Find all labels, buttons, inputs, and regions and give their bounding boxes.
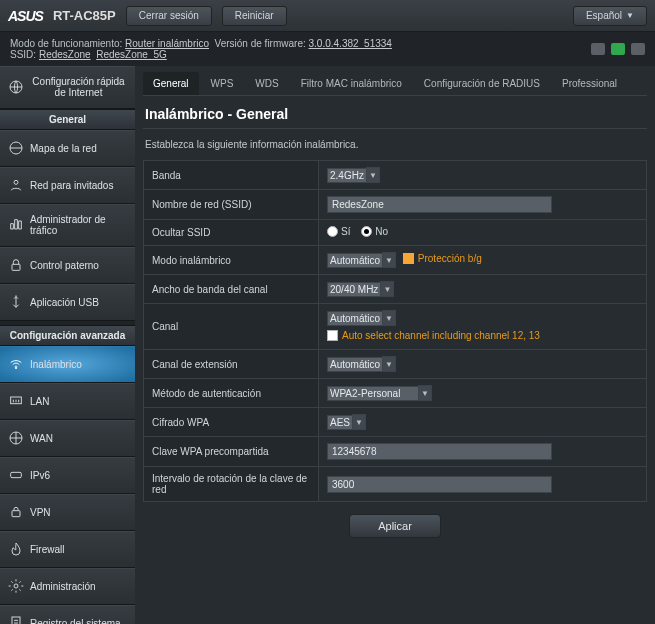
sidebar-firewall[interactable]: Firewall	[0, 531, 135, 568]
usb-icon[interactable]	[631, 43, 645, 55]
sidebar-header-general: General	[0, 109, 135, 130]
tab-bar: General WPS WDS Filtro MAC inalámbrico C…	[143, 72, 647, 96]
svg-point-9	[14, 584, 18, 588]
sidebar-traffic-manager[interactable]: Administrador de tráfico	[0, 204, 135, 247]
sidebar-item-label: IPv6	[30, 470, 50, 481]
radio-icon	[361, 226, 372, 237]
mode-select[interactable]: Automático ▼	[327, 252, 396, 268]
sidebar-item-label: Administrador de tráfico	[30, 214, 127, 236]
fw-link[interactable]: 3.0.0.4.382_51334	[309, 38, 392, 49]
language-select[interactable]: Español ▼	[573, 6, 647, 26]
lan-icon	[8, 393, 24, 409]
sidebar-vpn[interactable]: VPN	[0, 494, 135, 531]
guest-icon	[8, 177, 24, 193]
svg-point-4	[15, 367, 16, 368]
gear-icon	[8, 578, 24, 594]
logout-button[interactable]: Cerrar sesión	[126, 6, 212, 26]
op-mode-label: Modo de funcionamiento:	[10, 38, 122, 49]
svg-point-2	[14, 180, 18, 184]
band-select[interactable]: 2.4GHz ▼	[327, 167, 380, 183]
bw-select[interactable]: 20/40 MHz ▼	[327, 281, 394, 297]
doc-icon	[8, 615, 24, 624]
band-select-value: 2.4GHz	[327, 168, 367, 183]
chevron-down-icon: ▼	[626, 11, 634, 20]
tab-mac-filter[interactable]: Filtro MAC inalámbrico	[291, 72, 412, 95]
sidebar-item-label: Firewall	[30, 544, 64, 555]
sidebar-header-advanced: Configuración avanzada	[0, 325, 135, 346]
hide-ssid-yes[interactable]: Sí	[327, 226, 350, 237]
sidebar-ipv6[interactable]: IPv6	[0, 457, 135, 494]
channel-select[interactable]: Automático ▼	[327, 310, 396, 326]
bg-protection-checkbox[interactable]: Protección b/g	[403, 253, 482, 264]
sidebar-syslog[interactable]: Registro del sistema	[0, 605, 135, 624]
flame-icon	[8, 541, 24, 557]
chevron-down-icon: ▼	[366, 167, 380, 183]
sidebar-guest-network[interactable]: Red para invitados	[0, 167, 135, 204]
ipv6-icon	[8, 467, 24, 483]
auth-select[interactable]: WPA2-Personal ▼	[327, 385, 432, 401]
lock-icon	[8, 257, 24, 273]
label-wpa-psk: Clave WPA precompartida	[144, 437, 319, 467]
mode-select-value: Automático	[327, 253, 383, 268]
tab-wds[interactable]: WDS	[245, 72, 288, 95]
auto-channel-checkbox[interactable]: Auto select channel including channel 12…	[327, 330, 540, 341]
label-rekey-interval: Intervalo de rotación de la clave de red	[144, 467, 319, 502]
hide-ssid-no[interactable]: No	[361, 226, 388, 237]
globe-icon[interactable]	[591, 43, 605, 55]
ssid-value-2: RedesZone_5G	[96, 49, 167, 60]
globe-icon	[8, 79, 24, 95]
bw-select-value: 20/40 MHz	[327, 282, 381, 297]
label-hide-ssid: Ocultar SSID	[144, 220, 319, 246]
sidebar: Configuración rápida de Internet General…	[0, 66, 135, 624]
sidebar-wan[interactable]: WAN	[0, 420, 135, 457]
sidebar-item-label: WAN	[30, 433, 53, 444]
ext-channel-select[interactable]: Automático ▼	[327, 356, 396, 372]
sidebar-item-label: LAN	[30, 396, 49, 407]
sidebar-wireless[interactable]: Inalámbrico	[0, 346, 135, 383]
chevron-down-icon: ▼	[380, 281, 394, 297]
map-icon	[8, 140, 24, 156]
chevron-down-icon: ▼	[382, 252, 396, 268]
label-channel-bw: Ancho de banda del canal	[144, 275, 319, 304]
svg-rect-7	[11, 472, 22, 477]
sidebar-usb-app[interactable]: Aplicación USB	[0, 284, 135, 321]
reboot-button[interactable]: Reiniciar	[222, 6, 287, 26]
sidebar-network-map[interactable]: Mapa de la red	[0, 130, 135, 167]
apply-button[interactable]: Aplicar	[349, 514, 441, 538]
sidebar-item-label: Mapa de la red	[30, 143, 97, 154]
rekey-input[interactable]	[327, 476, 552, 493]
top-bar: ASUS RT-AC85P Cerrar sesión Reiniciar Es…	[0, 0, 655, 32]
tab-general[interactable]: General	[143, 72, 199, 95]
checkbox-icon	[403, 253, 414, 264]
sidebar-item-label: Registro del sistema	[30, 618, 121, 625]
sidebar-item-label: Configuración rápida de Internet	[30, 76, 127, 98]
tab-professional[interactable]: Professional	[552, 72, 627, 95]
cipher-select-value: AES	[327, 415, 353, 430]
cipher-select[interactable]: AES ▼	[327, 414, 366, 430]
traffic-icon	[8, 217, 24, 233]
sidebar-item-label: Red para invitados	[30, 180, 113, 191]
wireless-icon	[8, 356, 24, 372]
sidebar-quick-setup[interactable]: Configuración rápida de Internet	[0, 66, 135, 109]
sidebar-parental-control[interactable]: Control paterno	[0, 247, 135, 284]
ext-select-value: Automático	[327, 357, 383, 372]
tab-wps[interactable]: WPS	[201, 72, 244, 95]
vpn-icon	[8, 504, 24, 520]
sidebar-lan[interactable]: LAN	[0, 383, 135, 420]
psk-input[interactable]	[327, 443, 552, 460]
chevron-down-icon: ▼	[382, 356, 396, 372]
sidebar-admin[interactable]: Administración	[0, 568, 135, 605]
page-title: Inalámbrico - General	[143, 96, 647, 129]
op-mode-link[interactable]: Router inalámbrico	[125, 38, 209, 49]
ssid-input[interactable]	[327, 196, 552, 213]
model-name: RT-AC85P	[53, 8, 116, 23]
network-icon[interactable]	[611, 43, 625, 55]
ssid-value-1: RedesZone	[39, 49, 91, 60]
sidebar-item-label: Administración	[30, 581, 96, 592]
label-wpa-cipher: Cifrado WPA	[144, 408, 319, 437]
tab-radius[interactable]: Configuración de RADIUS	[414, 72, 550, 95]
wan-icon	[8, 430, 24, 446]
channel-select-value: Automático	[327, 311, 383, 326]
label-auth-method: Método de autenticación	[144, 379, 319, 408]
label-ext-channel: Canal de extensión	[144, 350, 319, 379]
